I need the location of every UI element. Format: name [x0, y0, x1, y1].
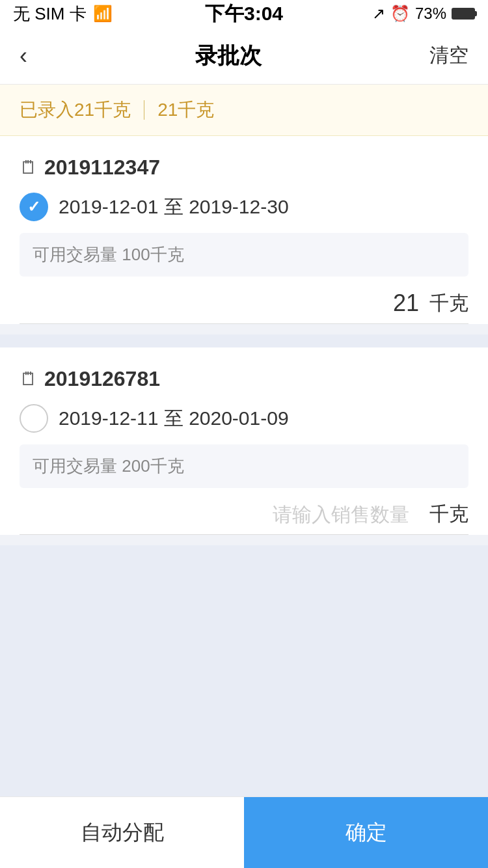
- batch-1-unit: 千克: [429, 290, 468, 317]
- batch-1-quantity: 21: [393, 290, 419, 317]
- batch-1-quantity-row: 21 千克: [0, 277, 488, 323]
- sim-label: 无 SIM 卡: [13, 3, 87, 25]
- batch-1-id: 2019112347: [44, 156, 160, 180]
- batch-1-select-row: 2019-12-01 至 2019-12-30: [0, 186, 488, 228]
- recorded-value: 21千克: [157, 98, 214, 122]
- batch-card-2: 🗒 2019126781 2019-12-11 至 2020-01-09 可用交…: [0, 347, 488, 535]
- location-icon: ↗: [372, 5, 385, 23]
- info-divider: [144, 100, 144, 120]
- clear-button[interactable]: 清空: [429, 42, 468, 69]
- batch-card-1: 🗒 2019112347 2019-12-01 至 2019-12-30 可用交…: [0, 136, 488, 324]
- batch-1-date: 2019-12-01 至 2019-12-30: [59, 194, 289, 221]
- batch-1-volume: 可用交易量 100千克: [20, 233, 468, 277]
- batch-2-volume: 可用交易量 200千克: [20, 444, 468, 488]
- recorded-label: 已录入21千克: [20, 98, 131, 122]
- confirm-button[interactable]: 确定: [244, 797, 488, 868]
- empty-space: [0, 545, 488, 806]
- battery-icon: [452, 8, 475, 20]
- batch-1-icon: 🗒: [20, 157, 38, 178]
- nav-bar: ‹ 录批次 清空: [0, 27, 488, 85]
- batch-2-id: 2019126781: [44, 367, 160, 391]
- batch-2-quantity-input[interactable]: [20, 504, 419, 526]
- batch-2-select-row: 2019-12-11 至 2020-01-09: [0, 398, 488, 439]
- back-button[interactable]: ‹: [20, 42, 27, 70]
- batch-2-date: 2019-12-11 至 2020-01-09: [59, 405, 289, 432]
- batch-1-divider: [20, 323, 468, 324]
- bottom-bar: 自动分配 确定: [0, 796, 488, 868]
- batch-2-header: 🗒 2019126781: [0, 347, 488, 398]
- batch-1-radio[interactable]: [20, 193, 48, 221]
- alarm-icon: ⏰: [390, 5, 410, 23]
- batch-1-header: 🗒 2019112347: [0, 136, 488, 186]
- batch-2-radio[interactable]: [20, 404, 48, 433]
- status-time: 下午3:04: [205, 1, 283, 27]
- battery-percent: 73%: [415, 5, 446, 23]
- wifi-icon: 📶: [93, 5, 113, 23]
- batch-2-input-row: 千克: [0, 488, 488, 534]
- status-left: 无 SIM 卡 📶: [13, 3, 113, 25]
- batch-2-divider: [20, 534, 468, 535]
- info-banner: 已录入21千克 21千克: [0, 85, 488, 136]
- page-title: 录批次: [195, 41, 262, 71]
- batch-2-icon: 🗒: [20, 368, 38, 390]
- section-separator-1: [0, 334, 488, 347]
- status-bar: 无 SIM 卡 📶 下午3:04 ↗ ⏰ 73%: [0, 0, 488, 27]
- status-right: ↗ ⏰ 73%: [372, 5, 475, 23]
- auto-assign-button[interactable]: 自动分配: [0, 797, 244, 868]
- batch-2-unit: 千克: [429, 501, 468, 528]
- main-content: 已录入21千克 21千克 🗒 2019112347 2019-12-01 至 2…: [0, 85, 488, 868]
